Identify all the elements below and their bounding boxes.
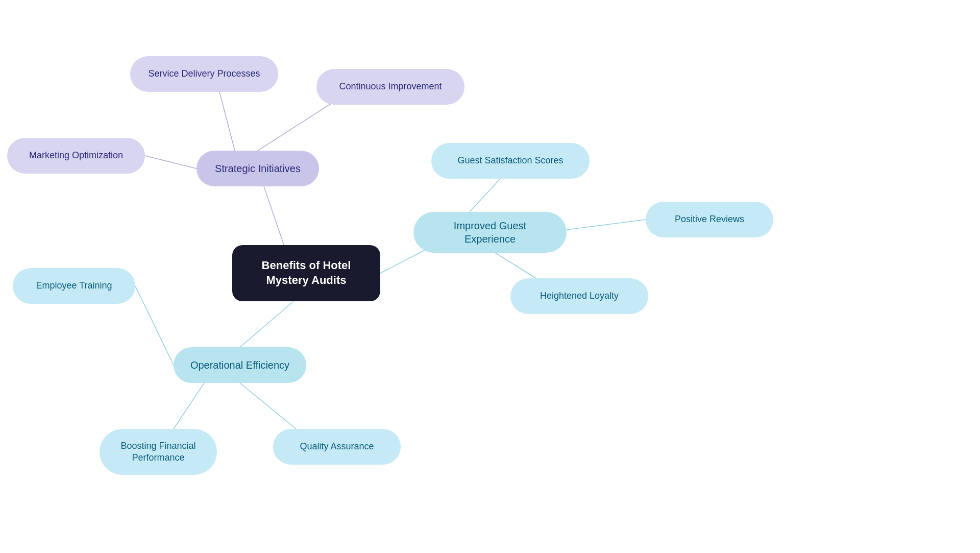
boosting-label: Boosting Financial Performance (114, 440, 203, 464)
service-label: Service Delivery Processes (148, 68, 260, 80)
center-label: Benefits of Hotel Mystery Audits (247, 258, 366, 287)
heightened-loyalty-node: Heightened Loyalty (510, 278, 648, 314)
boosting-financial-node: Boosting Financial Performance (100, 429, 217, 475)
guest-satisfaction-node: Guest Satisfaction Scores (431, 143, 590, 179)
operational-efficiency-node: Operational Efficiency (174, 347, 306, 383)
svg-line-10 (567, 220, 646, 230)
center-node: Benefits of Hotel Mystery Audits (232, 245, 380, 301)
quality-label: Quality Assurance (300, 441, 374, 452)
employee-training-node: Employee Training (13, 268, 135, 304)
loyalty-label: Heightened Loyalty (540, 290, 619, 302)
guest-exp-label: Improved Guest Experience (428, 219, 552, 246)
strategic-label: Strategic Initiatives (215, 162, 301, 175)
employee-label: Employee Training (36, 280, 112, 292)
svg-line-1 (219, 92, 235, 151)
service-delivery-node: Service Delivery Processes (130, 56, 278, 92)
marketing-optimization-node: Marketing Optimization (7, 138, 145, 174)
quality-assurance-node: Quality Assurance (273, 429, 401, 465)
continuous-improvement-node: Continuous Improvement (316, 69, 464, 105)
svg-line-6 (174, 383, 204, 429)
positive-reviews-node: Positive Reviews (646, 202, 773, 237)
svg-line-2 (145, 156, 197, 169)
svg-line-11 (495, 253, 536, 278)
marketing-label: Marketing Optimization (29, 150, 123, 161)
operational-label: Operational Efficiency (190, 358, 289, 372)
svg-line-5 (135, 286, 174, 365)
continuous-label: Continuous Improvement (339, 81, 442, 92)
satisfaction-label: Guest Satisfaction Scores (457, 155, 563, 166)
svg-line-4 (240, 301, 293, 347)
svg-line-7 (240, 383, 296, 429)
positive-label: Positive Reviews (675, 213, 744, 225)
improved-guest-experience-node: Improved Guest Experience (413, 212, 567, 253)
svg-line-9 (470, 179, 500, 212)
strategic-initiatives-node: Strategic Initiatives (197, 151, 319, 186)
